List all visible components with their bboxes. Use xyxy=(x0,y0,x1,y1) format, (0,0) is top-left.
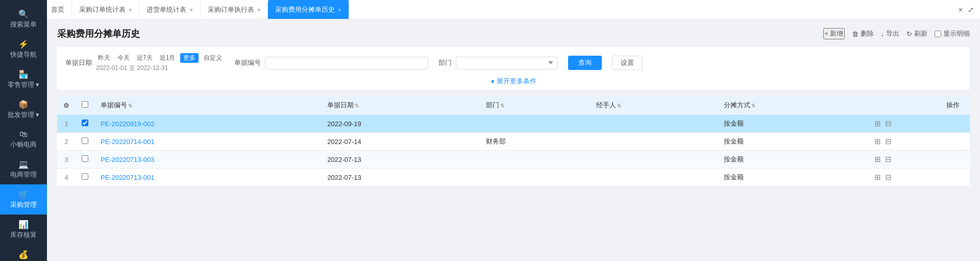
view-icon-4[interactable]: ⊞ xyxy=(874,173,881,182)
sidebar-item-ecom[interactable]: 💻 电商管理 xyxy=(0,154,47,184)
doc-no-link-1[interactable]: PE-20220919-002 xyxy=(101,120,155,128)
tab-close-purchase-order-stats[interactable]: × xyxy=(129,7,132,13)
row-checkbox-2[interactable] xyxy=(82,137,88,144)
query-button[interactable]: 查询 xyxy=(568,56,602,70)
sort-split-icon[interactable]: ⇅ xyxy=(751,103,755,108)
ecom-mini-icon: 🛍 xyxy=(19,130,28,139)
doc-no-link-2[interactable]: PE-20220714-001 xyxy=(101,138,155,146)
edit-icon-3[interactable]: ⊟ xyxy=(885,155,892,164)
doc-no-link-3[interactable]: PE-20220713-003 xyxy=(101,156,155,163)
doc-no-input[interactable] xyxy=(265,57,428,69)
sidebar-item-quicknav[interactable]: ⚡ 快捷导航 xyxy=(0,34,47,64)
tab-close-purchase-order-exec[interactable]: × xyxy=(257,7,260,13)
sort-handler-icon[interactable]: ⇅ xyxy=(617,103,621,108)
sidebar-item-retail[interactable]: 🏪 零售管理 ▾ xyxy=(0,64,47,94)
sidebar-label-inventory: 库存核算 xyxy=(10,230,37,240)
show-cols-checkbox[interactable] xyxy=(935,31,941,37)
date-shortcuts: 昨天 今天 近7天 近1月 更多 自定义 xyxy=(96,53,224,63)
sidebar-item-search[interactable]: 🔍 搜索菜单 xyxy=(0,4,47,34)
row-checkbox-cell-4 xyxy=(76,169,94,186)
row-doc-date-4: 2022-07-13 xyxy=(321,169,479,186)
view-icon-2[interactable]: ⊞ xyxy=(874,137,881,146)
row-doc-date-2: 2022-07-14 xyxy=(321,133,479,151)
shortcut-today[interactable]: 今天 xyxy=(115,53,132,63)
tab-home[interactable]: 首页 xyxy=(51,0,72,19)
col-settings[interactable]: ⚙ xyxy=(57,96,76,115)
row-split-method-1: 按金额 xyxy=(718,115,868,133)
col-split-method: 分摊方式⇅ xyxy=(718,96,868,115)
edit-icon-2[interactable]: ⊟ xyxy=(885,137,892,146)
sort-dept-icon[interactable]: ⇅ xyxy=(500,103,504,108)
tab-inbound-stats[interactable]: 进货单统计表× xyxy=(139,0,200,19)
table-body: 1 PE-20220919-002 2022-09-19 按金额 ⊞ ⊟ 2 xyxy=(57,115,970,186)
purchase-icon: 🛒 xyxy=(18,189,29,199)
row-num-2: 2 xyxy=(57,133,76,151)
doc-no-link-4[interactable]: PE-20220713-001 xyxy=(101,174,155,181)
sidebar-item-finance[interactable]: 💰 资金管理 xyxy=(0,245,47,261)
sidebar-item-inventory[interactable]: 📊 库存核算 xyxy=(0,215,47,245)
shortcut-7days[interactable]: 近7天 xyxy=(135,53,155,63)
row-num-4: 4 xyxy=(57,169,76,186)
row-checkbox-3[interactable] xyxy=(82,155,88,162)
header-actions: + 新增 🗑 删除 ↓ 导出 ↻ 刷新 显示明细 xyxy=(823,28,970,39)
settings-button[interactable]: 设置 xyxy=(612,56,643,70)
row-checkbox-cell-2 xyxy=(76,133,94,151)
select-all-checkbox[interactable] xyxy=(82,101,88,108)
window-close-button[interactable]: × xyxy=(959,6,963,14)
show-cols-toggle[interactable]: 显示明细 xyxy=(935,29,970,38)
dept-select[interactable]: 财务部 xyxy=(456,57,558,69)
col-checkbox xyxy=(76,96,94,115)
delete-button[interactable]: 🗑 删除 xyxy=(852,29,874,38)
action-icons-1: ⊞ ⊟ xyxy=(874,119,964,128)
date-label: 单据日期 xyxy=(65,58,92,67)
shortcut-custom[interactable]: 自定义 xyxy=(202,53,224,63)
sidebar-item-purchase[interactable]: 🛒 采购管理 xyxy=(0,184,47,215)
add-button[interactable]: + 新增 xyxy=(823,28,844,39)
col-doc-no: 单据编号⇅ xyxy=(94,96,321,115)
row-handler-3 xyxy=(590,151,718,169)
row-num-3: 3 xyxy=(57,151,76,169)
dept-filter-group: 部门 财务部 xyxy=(438,57,558,69)
tab-purchase-order-exec[interactable]: 采购订单执行表× xyxy=(201,0,268,19)
doc-no-label: 单据编号 xyxy=(234,58,261,67)
refresh-button[interactable]: ↻ 刷新 xyxy=(906,29,927,38)
row-dept-3 xyxy=(480,151,590,169)
row-checkbox-1[interactable] xyxy=(82,120,88,126)
tab-label-inbound-stats: 进货单统计表 xyxy=(146,5,186,14)
edit-icon-4[interactable]: ⊟ xyxy=(885,173,892,182)
tab-close-inbound-stats[interactable]: × xyxy=(189,7,192,13)
view-icon-1[interactable]: ⊞ xyxy=(874,119,881,128)
shortcut-yesterday[interactable]: 昨天 xyxy=(96,53,112,63)
shortcut-1month[interactable]: 近1月 xyxy=(158,53,178,63)
tab-purchase-fee-history[interactable]: 采购费用分摊单历史× xyxy=(268,0,349,19)
sidebar-item-ecom-mini[interactable]: 🛍 小畅电商 xyxy=(0,125,47,154)
shortcut-more[interactable]: 更多 xyxy=(180,53,199,63)
edit-icon-1[interactable]: ⊟ xyxy=(885,119,892,128)
row-dept-4 xyxy=(480,169,590,186)
page-content: 采购费用分摊单历史 + 新增 🗑 删除 ↓ 导出 ↻ 刷新 显示明细 xyxy=(47,19,980,261)
sidebar-label-ecom-mini: 小畅电商 xyxy=(10,140,37,149)
tab-purchase-order-stats[interactable]: 采购订单统计表× xyxy=(72,0,139,19)
row-doc-no-2: PE-20220714-001 xyxy=(94,133,321,151)
row-handler-2 xyxy=(590,133,718,151)
sidebar-item-wholesale[interactable]: 📦 批发管理 ▾ xyxy=(0,94,47,125)
page-header: 采购费用分摊单历史 + 新增 🗑 删除 ↓ 导出 ↻ 刷新 显示明细 xyxy=(57,28,970,40)
action-icons-4: ⊞ ⊟ xyxy=(874,173,964,182)
row-split-method-3: 按金额 xyxy=(718,151,868,169)
row-action-4: ⊞ ⊟ xyxy=(868,169,970,186)
sort-doc-no-icon[interactable]: ⇅ xyxy=(128,103,132,108)
row-doc-no-1: PE-20220919-002 xyxy=(94,115,321,133)
tab-close-purchase-fee-history[interactable]: × xyxy=(338,7,341,13)
search-icon: 🔍 xyxy=(18,9,29,19)
expand-more-conditions[interactable]: ▾ 展开更多条件 xyxy=(65,77,962,86)
row-split-method-2: 按金额 xyxy=(718,133,868,151)
row-num-1: 1 xyxy=(57,115,76,133)
tab-label-purchase-fee-history: 采购费用分摊单历史 xyxy=(275,5,335,14)
export-button[interactable]: ↓ 导出 xyxy=(881,29,900,38)
view-icon-3[interactable]: ⊞ xyxy=(874,155,881,164)
sidebar-label-search: 搜索菜单 xyxy=(10,20,37,29)
chevron-down-icon: ▾ xyxy=(491,78,495,85)
row-checkbox-4[interactable] xyxy=(82,173,88,180)
sort-doc-date-icon[interactable]: ⇅ xyxy=(355,103,359,108)
window-maximize-button[interactable]: ⤢ xyxy=(968,6,974,14)
